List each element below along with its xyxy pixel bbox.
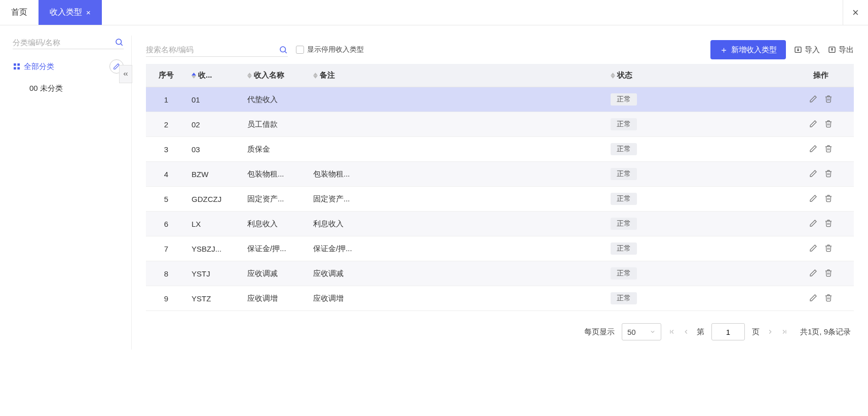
per-page-select[interactable]: 50 (622, 323, 661, 340)
export-button[interactable]: 导出 (828, 45, 854, 55)
cell-seq: 4 (146, 162, 186, 187)
edit-row-button[interactable] (809, 194, 817, 204)
tab-income-type[interactable]: 收入类型 × (39, 0, 102, 25)
table-row[interactable]: 9YSTZ应收调增应收调增正常 (146, 286, 854, 311)
delete-row-button[interactable] (824, 194, 833, 204)
plus-icon: ＋ (720, 46, 728, 54)
trash-icon (824, 194, 833, 202)
edit-row-button[interactable] (809, 219, 817, 229)
trash-icon (824, 95, 833, 103)
cell-action (788, 187, 854, 212)
table-row[interactable]: 7YSBZJ...保证金/押...保证金/押...正常 (146, 236, 854, 261)
chevron-down-icon (650, 329, 656, 335)
cell-code: BZW (186, 162, 242, 187)
cell-code: YSTZ (186, 286, 242, 311)
status-badge: 正常 (611, 118, 637, 130)
data-table: 序号 收... 收入名称 备注 状态 操作 101代垫收入正常202员工借款正常… (146, 64, 854, 311)
edit-row-button[interactable] (809, 294, 817, 303)
col-code[interactable]: 收... (186, 64, 242, 87)
collapse-sidebar-button[interactable] (119, 65, 132, 83)
cell-code: YSBZJ... (186, 236, 242, 261)
sidebar-item-uncategorized[interactable]: 00 未分类 (5, 79, 131, 98)
delete-row-button[interactable] (824, 269, 833, 279)
chevron-right-icon (767, 328, 774, 335)
sidebar-search (13, 36, 124, 49)
search-icon[interactable] (115, 38, 124, 47)
cell-action (788, 162, 854, 187)
cell-code: LX (186, 212, 242, 236)
edit-icon (809, 294, 817, 302)
next-page-button[interactable] (767, 328, 774, 335)
table-row[interactable]: 5GDZCZJ固定资产...固定资产...正常 (146, 187, 854, 212)
svg-marker-14 (247, 73, 252, 75)
edit-row-button[interactable] (809, 145, 817, 154)
edit-row-button[interactable] (809, 95, 817, 105)
table-row[interactable]: 101代垫收入正常 (146, 87, 854, 112)
cell-status: 正常 (606, 162, 788, 187)
cell-action (788, 212, 854, 236)
trash-icon (824, 169, 833, 178)
table-row[interactable]: 303质保金正常 (146, 137, 854, 162)
sidebar-search-input[interactable] (13, 38, 115, 47)
page-prefix: 第 (697, 327, 704, 337)
content-search-input[interactable] (146, 45, 279, 54)
first-page-button[interactable] (668, 328, 675, 335)
cell-status: 正常 (606, 212, 788, 236)
trash-icon (824, 269, 833, 277)
cell-action (788, 137, 854, 162)
delete-row-button[interactable] (824, 95, 833, 105)
delete-row-button[interactable] (824, 169, 833, 179)
cell-name: 保证金/押... (242, 236, 308, 261)
search-icon[interactable] (279, 45, 288, 54)
edit-row-button[interactable] (809, 120, 817, 129)
add-income-type-button[interactable]: ＋ 新增收入类型 (710, 40, 786, 59)
cell-action (788, 236, 854, 261)
cell-seq: 1 (146, 87, 186, 112)
svg-marker-18 (611, 73, 615, 75)
col-name[interactable]: 收入名称 (242, 64, 308, 87)
trash-icon (824, 120, 833, 128)
pagination: 每页显示 50 第 页 共1页, 9条记录 (146, 311, 854, 344)
sidebar-all-categories[interactable]: 全部分类 (5, 56, 131, 79)
edit-row-button[interactable] (809, 244, 817, 254)
col-seq[interactable]: 序号 (146, 64, 186, 87)
sidebar: 全部分类 00 未分类 (5, 36, 132, 350)
table-row[interactable]: 202员工借款正常 (146, 112, 854, 137)
cell-name: 包装物租... (242, 162, 308, 187)
cell-code: GDZCZJ (186, 187, 242, 212)
col-remark[interactable]: 备注 (308, 64, 606, 87)
delete-row-button[interactable] (824, 294, 833, 303)
import-label: 导入 (805, 45, 820, 55)
toolbar: 显示停用收入类型 ＋ 新增收入类型 导入 导出 (146, 36, 854, 64)
edit-icon (809, 269, 817, 277)
checkbox-icon (296, 46, 304, 54)
delete-row-button[interactable] (824, 219, 833, 229)
edit-row-button[interactable] (809, 169, 817, 179)
status-badge: 正常 (611, 193, 637, 205)
table-row[interactable]: 4BZW包装物租...包装物租...正常 (146, 162, 854, 187)
last-page-button[interactable] (781, 328, 788, 335)
delete-row-button[interactable] (824, 120, 833, 129)
cell-remark: 利息收入 (308, 212, 606, 236)
show-disabled-checkbox[interactable]: 显示停用收入类型 (296, 45, 364, 54)
import-button[interactable]: 导入 (794, 45, 820, 55)
page-input[interactable] (711, 323, 745, 340)
svg-rect-4 (14, 67, 16, 70)
tab-home[interactable]: 首页 (0, 0, 39, 25)
table-row[interactable]: 6LX利息收入利息收入正常 (146, 212, 854, 236)
prev-page-button[interactable] (683, 328, 690, 335)
svg-line-1 (121, 44, 122, 45)
svg-point-0 (116, 39, 122, 45)
chevron-first-icon (668, 328, 675, 335)
delete-row-button[interactable] (824, 244, 833, 254)
chevron-left-double-icon (122, 71, 129, 78)
edit-row-button[interactable] (809, 269, 817, 279)
close-icon[interactable]: × (86, 9, 91, 16)
col-status[interactable]: 状态 (606, 64, 788, 87)
delete-row-button[interactable] (824, 145, 833, 154)
cell-status: 正常 (606, 187, 788, 212)
table-row[interactable]: 8YSTJ应收调减应收调减正常 (146, 261, 854, 286)
svg-marker-13 (192, 76, 196, 78)
svg-rect-2 (14, 63, 16, 66)
close-all-tabs-icon[interactable]: × (843, 0, 868, 25)
